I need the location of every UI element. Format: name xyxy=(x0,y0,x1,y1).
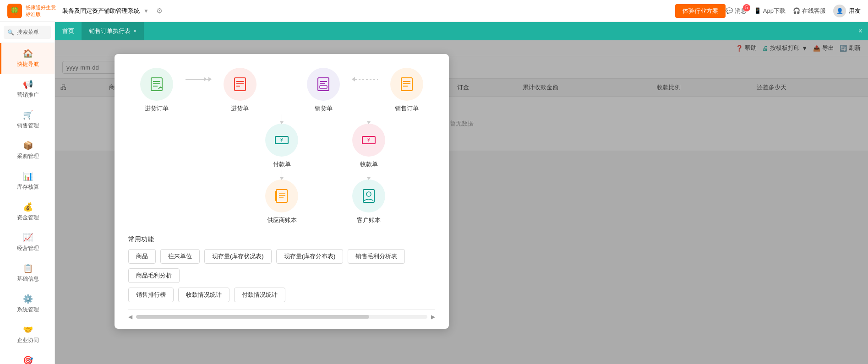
scroll-thumb xyxy=(136,315,369,319)
func-btn-product[interactable]: 商品 xyxy=(128,249,156,264)
flow-node-sales-order[interactable]: 销售订单 xyxy=(378,68,435,113)
page-content: ❓ 帮助 🖨 按模板打印 ▼ 📤 导出 🔄 刷新 xyxy=(55,40,868,364)
svg-rect-20 xyxy=(276,190,287,202)
flow-row-5: 供应商账本 xyxy=(128,179,435,224)
scroll-track[interactable] xyxy=(136,315,427,319)
tab-close-all-icon[interactable]: × xyxy=(858,27,868,35)
tab-close-icon[interactable]: × xyxy=(133,28,136,34)
search-icon: 🔍 xyxy=(7,29,14,36)
tab-home[interactable]: 首页 xyxy=(55,22,82,40)
customer-ledger-icon xyxy=(360,188,377,204)
down-arrow-purchase xyxy=(252,114,311,124)
sidebar-item-quick-nav[interactable]: 🏠 快捷导航 xyxy=(0,43,55,74)
supplier-ledger-circle xyxy=(265,179,298,212)
sidebar-label-system: 系统管理 xyxy=(17,306,39,314)
sidebar-label-enterprise: 企业协同 xyxy=(17,337,39,344)
flow-node-purchase-order[interactable]: 进货订单 xyxy=(128,68,186,113)
sidebar-item-system[interactable]: ⚙️ 系统管理 xyxy=(0,288,55,319)
sidebar-item-marketing[interactable]: 📢 营销推广 xyxy=(0,74,55,104)
func-btn-product-margin[interactable]: 商品毛利分析 xyxy=(128,268,180,283)
flow-node-purchase-bill[interactable]: 进货单 xyxy=(212,68,269,113)
func-btn-stock-dist[interactable]: 现存量(库存分布表) xyxy=(276,249,344,264)
func-btn-sales-rank[interactable]: 销售排行榜 xyxy=(128,288,174,302)
flow-node-receipt[interactable]: ¥ 收款单 xyxy=(339,124,399,168)
sidebar-label-purchase: 采购管理 xyxy=(17,152,39,160)
sidebar-item-purchase[interactable]: 📦 采购管理 xyxy=(0,135,55,166)
sidebar: 🔍 搜索菜单 🏠 快捷导航 📢 营销推广 🛒 销售管理 📦 采购管理 xyxy=(0,22,55,364)
customer-ledger-circle xyxy=(352,179,385,212)
svg-rect-11 xyxy=(320,86,327,88)
system-title: 装备及固定资产辅助管理系统 ▼ ⚙ xyxy=(62,6,675,15)
modal: 进货订单 xyxy=(115,54,449,329)
enterprise-icon: 🤝 xyxy=(23,325,33,335)
func-btn-counterpart[interactable]: 往来单位 xyxy=(160,249,200,264)
purchase-bill-circle xyxy=(224,68,257,101)
sales-order-icon xyxy=(399,76,415,92)
sidebar-item-sales[interactable]: 🛒 销售管理 xyxy=(0,104,55,135)
sidebar-label-marketing: 营销推广 xyxy=(17,91,39,99)
sidebar-item-operation[interactable]: 📈 经营管理 xyxy=(0,227,55,258)
purchase-order-label: 进货订单 xyxy=(145,104,169,113)
func-btn-receipt-stats[interactable]: 收款情况统计 xyxy=(178,288,229,302)
sales-order-label: 销售订单 xyxy=(395,104,419,113)
logo-text: 畅康通好生意 标准版 xyxy=(26,4,56,17)
settings-icon[interactable]: ⚙ xyxy=(156,6,163,15)
experience-btn[interactable]: 体验行业方案 xyxy=(675,4,726,18)
online-service-btn[interactable]: 🎧 在线客服 xyxy=(793,7,826,15)
sidebar-item-newbie[interactable]: 🎯 新手引导 xyxy=(0,350,55,364)
common-title: 常用功能 xyxy=(128,235,435,244)
sidebar-item-basic[interactable]: 📋 基础信息 xyxy=(0,258,55,288)
inventory-icon: 📊 xyxy=(23,171,33,181)
sales-order-circle xyxy=(390,68,423,101)
receipt-label: 收款单 xyxy=(360,160,378,168)
system-name: 装备及固定资产辅助管理系统 xyxy=(62,7,140,15)
down-arrow-payment xyxy=(252,170,311,179)
func-btn-sales-margin[interactable]: 销售毛利分析表 xyxy=(348,249,405,264)
flow-row-3: ¥ 付款单 xyxy=(128,124,435,168)
scrollbar-area: ◀ ▶ xyxy=(128,310,435,320)
flow-row-arrows xyxy=(128,114,435,124)
common-funcs: 常用功能 商品 往来单位 现存量(库存状况表) 现存量(库存分布表) 销售毛利分… xyxy=(128,235,435,302)
flow-node-supplier-ledger[interactable]: 供应商账本 xyxy=(252,179,311,224)
payment-label: 付款单 xyxy=(273,160,291,168)
headset-icon: 🎧 xyxy=(793,7,800,14)
message-btn[interactable]: 💬 消息 5 xyxy=(726,7,747,15)
purchase-bill-label: 进货单 xyxy=(231,104,249,113)
marketing-icon: 📢 xyxy=(23,79,33,89)
sidebar-label-quick-nav: 快捷导航 xyxy=(17,60,39,68)
home-icon: 🏠 xyxy=(23,49,33,59)
user-area[interactable]: 👤 用友 xyxy=(833,5,861,17)
flow-node-sales-bill[interactable]: 销货单 xyxy=(295,68,352,113)
scroll-right-btn[interactable]: ▶ xyxy=(431,314,435,320)
flow-node-customer-ledger[interactable]: 客户账本 xyxy=(339,179,399,224)
newbie-icon: 🎯 xyxy=(23,355,33,364)
func-btn-payment-stats[interactable]: 付款情况统计 xyxy=(234,288,285,302)
app-download-btn[interactable]: 📱 App下载 xyxy=(754,7,786,15)
arrow-purchase-order-to-bill xyxy=(186,77,212,81)
tab-sales-order[interactable]: 销售订单执行表 × xyxy=(82,22,144,40)
sidebar-item-enterprise[interactable]: 🤝 企业协同 xyxy=(0,319,55,350)
func-btn-stock-status[interactable]: 现存量(库存状况表) xyxy=(204,249,272,264)
sidebar-search-btn[interactable]: 🔍 搜索菜单 xyxy=(4,26,51,39)
arrow-sales-order-to-bill xyxy=(352,77,378,81)
system-dropdown-icon[interactable]: ▼ xyxy=(143,8,149,14)
sidebar-item-inventory[interactable]: 📊 库存核算 xyxy=(0,166,55,196)
payment-icon: ¥ xyxy=(273,132,290,148)
sales-order-tab-label: 销售订单执行表 xyxy=(89,27,131,35)
app-download-label: App下载 xyxy=(763,7,786,15)
scroll-left-btn[interactable]: ◀ xyxy=(128,314,132,320)
flow-row-arrows-2 xyxy=(128,170,435,179)
sidebar-label-inventory: 库存核算 xyxy=(17,183,39,191)
logo-area: 🍀 畅康通好生意 标准版 xyxy=(7,4,62,18)
tab-bar: 首页 销售订单执行表 × × xyxy=(55,22,868,40)
system-icon: ⚙️ xyxy=(23,294,33,304)
avatar: 👤 xyxy=(833,5,846,17)
user-name: 用友 xyxy=(849,7,861,15)
customer-ledger-label: 客户账本 xyxy=(357,216,381,224)
sidebar-item-finance[interactable]: 💰 资金管理 xyxy=(0,196,55,227)
receipt-icon: ¥ xyxy=(360,132,377,148)
purchase-order-icon xyxy=(148,76,165,92)
sidebar-label-sales: 销售管理 xyxy=(17,122,39,130)
flow-node-payment[interactable]: ¥ 付款单 xyxy=(252,124,311,168)
operation-icon: 📈 xyxy=(23,233,33,243)
